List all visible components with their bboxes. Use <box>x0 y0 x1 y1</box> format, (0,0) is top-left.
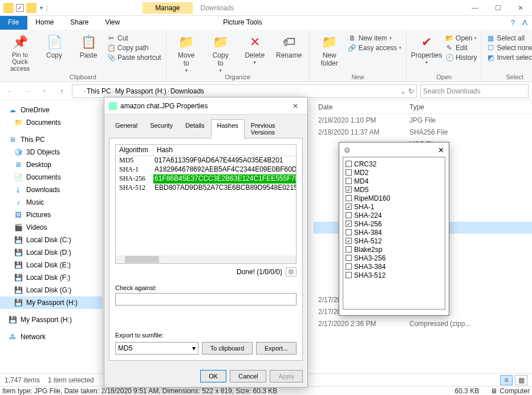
check-against-input[interactable] <box>115 293 297 306</box>
navigation-pane[interactable]: ☁OneDrive 📁Documents 🖥This PC 🧊3D Object… <box>0 100 103 373</box>
details-view-button[interactable]: ≡ <box>500 375 513 385</box>
sidebar-documents[interactable]: 📁Documents <box>0 116 102 129</box>
checkbox-icon[interactable] <box>346 255 352 261</box>
sidebar-music[interactable]: ♪Music <box>0 196 102 209</box>
rename-button[interactable]: 🏷Rename <box>274 32 304 59</box>
back-button[interactable]: ← <box>3 84 17 98</box>
sidebar-passport1[interactable]: 💾My Passport (H:) <box>0 296 102 309</box>
select-all-button[interactable]: ▦Select all <box>486 34 532 42</box>
hash-option[interactable]: SHA-384 <box>346 228 442 237</box>
tab-general[interactable]: General <box>109 119 144 139</box>
maximize-button[interactable]: ☐ <box>486 0 509 16</box>
settings-gear-button[interactable]: ⚙ <box>286 267 297 276</box>
recent-dropdown[interactable]: ▾ <box>38 84 51 98</box>
apply-button[interactable]: Apply <box>270 370 303 382</box>
tab-hashes[interactable]: Hashes <box>211 119 245 139</box>
invert-selection-button[interactable]: ◩Invert selection <box>486 54 532 62</box>
gear-icon[interactable]: ⚙ <box>344 146 351 154</box>
hash-option[interactable]: ✓SHA-512 <box>346 237 442 245</box>
hash-option[interactable]: SHA3-512 <box>346 271 442 279</box>
forward-button[interactable]: → <box>21 84 34 98</box>
hash-row[interactable]: SHA-1A182964678692AEB5AF4C2344E09E0BF60D… <box>116 165 296 174</box>
hash-option[interactable]: RipeMD160 <box>346 194 442 202</box>
minimize-button[interactable]: — <box>464 0 486 16</box>
tab-details[interactable]: Details <box>179 119 211 139</box>
hash-option[interactable]: SHA-224 <box>346 211 442 219</box>
select-none-button[interactable]: ☐Select none <box>486 44 532 52</box>
tab-previous-versions[interactable]: Previous Versions <box>245 119 303 139</box>
new-folder-button[interactable]: 📁New folder <box>314 32 345 67</box>
up-button[interactable]: ↑ <box>55 84 68 98</box>
move-to-button[interactable]: 📁Move to▼ <box>171 32 202 72</box>
pin-quick-access-button[interactable]: 📌Pin to Quick access <box>5 32 35 72</box>
tab-view[interactable]: View <box>97 16 128 30</box>
sidebar-onedrive[interactable]: ☁OneDrive <box>0 104 102 116</box>
sidebar-videos[interactable]: 🎬Videos <box>0 221 102 234</box>
dialog-titlebar[interactable]: amazon chat.JPG Properties ✕ <box>104 97 307 115</box>
crumb-thispc[interactable]: This PC <box>87 87 111 95</box>
col-hash[interactable]: Hash <box>153 145 296 156</box>
checkbox-icon[interactable] <box>346 229 352 235</box>
export-button[interactable]: Export... <box>256 342 297 355</box>
search-input[interactable]: Search Downloads <box>420 84 529 98</box>
help-icon[interactable]: ? <box>511 18 515 27</box>
hash-option[interactable]: ✓SHA-1 <box>346 202 442 211</box>
tab-home[interactable]: Home <box>27 16 62 30</box>
hash-option[interactable]: ✓MD5 <box>346 185 442 194</box>
tab-security[interactable]: Security <box>144 119 179 139</box>
tab-share[interactable]: Share <box>62 16 97 30</box>
history-button[interactable]: 🕘History <box>445 54 477 62</box>
properties-button[interactable]: ✔Properties▼ <box>411 32 442 64</box>
checkbox-icon[interactable]: ✓ <box>346 238 352 244</box>
file-row[interactable]: 2/17/2020 2:36 PMCompressed (zipp... <box>314 317 532 329</box>
checkbox-icon[interactable] <box>346 272 352 278</box>
crumb-downloads[interactable]: Downloads <box>170 87 204 95</box>
cancel-button[interactable]: Cancel <box>230 370 266 382</box>
sidebar-downloads[interactable]: ⭳Downloads <box>0 184 102 196</box>
sidebar-network[interactable]: 🖧Network <box>0 331 102 343</box>
sidebar-desktop[interactable]: 🖥Desktop <box>0 158 102 171</box>
copy-path-button[interactable]: 📋Copy path <box>107 44 161 52</box>
checkbox-icon[interactable] <box>346 161 352 167</box>
checkbox-icon[interactable] <box>346 212 352 218</box>
hash-row[interactable]: SHA-25661F86B45E37CCC3E2B63E124C1FEE555F… <box>116 174 296 184</box>
crumb-passport[interactable]: My Passport (H:) <box>115 87 166 95</box>
hash-row[interactable]: MD5017A611359F9AD6A7E4495A035E4B201 <box>116 156 296 165</box>
new-item-button[interactable]: 🗎New item ▾ <box>348 34 401 42</box>
sidebar-3dobjects[interactable]: 🧊3D Objects <box>0 146 102 158</box>
hash-option[interactable]: SHA3-384 <box>346 262 442 271</box>
hash-option[interactable]: MD2 <box>346 168 442 177</box>
hash-option[interactable]: ✓SHA-256 <box>346 219 442 228</box>
sidebar-thispc[interactable]: 🖥This PC <box>0 133 102 146</box>
sidebar-pictures[interactable]: 🖼Pictures <box>0 209 102 221</box>
popup-close-button[interactable]: ✕ <box>438 146 444 154</box>
hash-option[interactable]: CRC32 <box>346 160 442 168</box>
algorithm-list[interactable]: CRC32MD2MD4✓MD5RipeMD160✓SHA-1SHA-224✓SH… <box>343 157 445 310</box>
hash-option[interactable]: SHA3-256 <box>346 254 442 262</box>
paste-shortcut-button[interactable]: 📎Paste shortcut <box>107 54 161 62</box>
file-row[interactable]: 2/18/2020 11:37 AMSHA256 File <box>314 126 532 138</box>
addr-dropdown[interactable]: ⌄ <box>400 87 406 95</box>
horizontal-scrollbar[interactable] <box>116 255 296 263</box>
sidebar-localc[interactable]: 💾Local Disk (C:) <box>0 234 102 246</box>
checkbox-icon[interactable]: ✓ <box>346 221 352 227</box>
sidebar-localf[interactable]: 💾Local Disk (F:) <box>0 271 102 284</box>
edit-button[interactable]: ✎Edit <box>445 44 477 52</box>
to-clipboard-button[interactable]: To clipboard <box>202 342 253 355</box>
tab-picture-tools[interactable]: Picture Tools <box>217 16 267 30</box>
folder-open-icon[interactable] <box>26 3 36 13</box>
file-row[interactable]: 2/18/2020 1:10 PMJPG File <box>314 114 532 126</box>
sidebar-localg[interactable]: 💾Local Disk (G:) <box>0 284 102 296</box>
close-button[interactable]: ✕ <box>509 0 532 16</box>
manage-tab[interactable]: Manage <box>143 2 192 14</box>
checkbox-icon[interactable]: ✓ <box>346 186 352 193</box>
column-headers[interactable]: Date Type <box>314 100 532 114</box>
hash-option[interactable]: MD4 <box>346 177 442 185</box>
sidebar-locale[interactable]: 💾Local Disk (E:) <box>0 259 102 271</box>
tab-file[interactable]: File <box>0 16 27 30</box>
hash-option[interactable]: Blake2sp <box>346 245 442 254</box>
paste-button[interactable]: 📋Paste <box>73 32 104 59</box>
header-type[interactable]: Type <box>405 103 485 111</box>
export-format-combo[interactable]: MD5 <box>115 342 198 355</box>
qat-dropdown[interactable]: ▾ <box>40 5 43 11</box>
